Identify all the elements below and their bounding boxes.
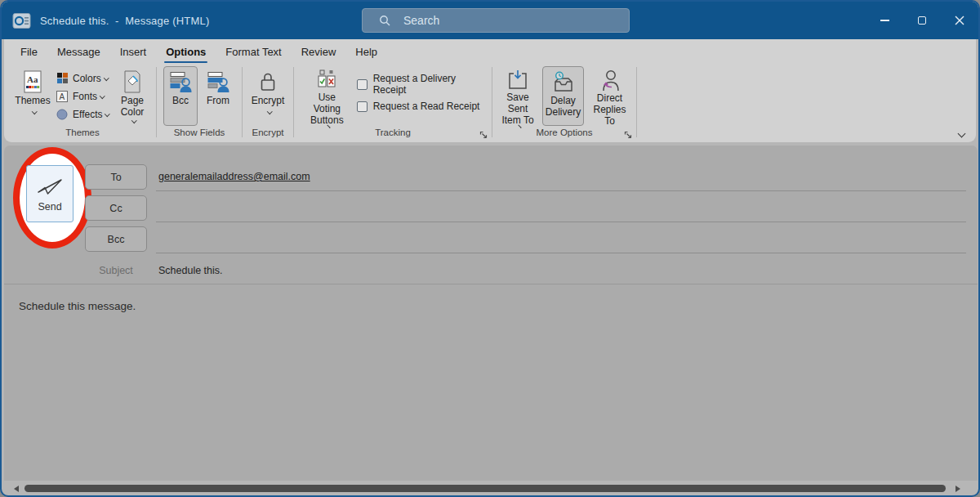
from-field-button[interactable]: From	[201, 66, 235, 126]
themes-button[interactable]: Aa Themes	[12, 66, 53, 126]
outlook-app-icon	[12, 11, 31, 30]
to-field-line[interactable]	[156, 190, 966, 191]
fonts-button[interactable]: A Fonts	[53, 87, 112, 105]
message-body[interactable]: Schedule this message.	[19, 300, 136, 312]
menu-bar: File Message Insert Options Format Text …	[4, 39, 976, 64]
chevron-down-icon	[105, 111, 110, 116]
window-title: Schedule this. - Message (HTML)	[40, 15, 209, 27]
group-more-options: Save Sent Item To Delay Delivery	[494, 65, 635, 141]
save-sent-item-to-button[interactable]: Save Sent Item To	[496, 66, 540, 126]
lock-icon	[258, 69, 278, 94]
effects-button[interactable]: Effects	[53, 105, 112, 123]
delivery-receipt-checkbox-row[interactable]: Request a Delivery Receipt	[357, 78, 488, 91]
encrypt-button[interactable]: Encrypt	[247, 66, 289, 126]
ribbon-panel: File Message Insert Options Format Text …	[4, 39, 976, 142]
header-body-divider	[4, 284, 978, 284]
chevron-down-icon	[104, 75, 109, 80]
subject-label: Subject	[85, 265, 147, 276]
minimize-icon	[880, 20, 889, 20]
group-tracking: Use Voting Buttons Request a Delivery Re…	[296, 65, 490, 141]
fonts-icon: A	[56, 90, 69, 102]
svg-text:Aa: Aa	[27, 74, 38, 84]
colors-button[interactable]: Colors	[53, 69, 112, 87]
active-tab-underline	[164, 61, 207, 64]
tab-message[interactable]: Message	[47, 39, 110, 64]
tab-insert[interactable]: Insert	[110, 39, 157, 64]
effects-icon	[56, 108, 69, 120]
more-options-dialog-launcher[interactable]	[624, 131, 632, 139]
page-color-icon	[122, 69, 143, 94]
message-window: Schedule this. - Message (HTML) Search	[0, 0, 980, 497]
from-fields-icon	[207, 69, 229, 94]
titlebar: Schedule this. - Message (HTML) Search	[2, 2, 978, 39]
cc-field-line[interactable]	[156, 222, 966, 222]
ribbon-groups: Aa Themes	[11, 65, 969, 142]
search-placeholder: Search	[403, 14, 439, 27]
group-separator	[156, 67, 157, 137]
themes-icon: Aa	[22, 69, 43, 94]
use-voting-buttons-button[interactable]: Use Voting Buttons	[302, 66, 352, 126]
group-label-more-options: More Options	[494, 127, 635, 141]
scroll-right-arrow-icon[interactable]	[956, 486, 960, 492]
search-input[interactable]: Search	[362, 8, 630, 33]
bcc-field-button[interactable]: Bcc	[163, 66, 198, 126]
close-button[interactable]	[941, 2, 978, 39]
group-separator	[242, 67, 243, 137]
search-icon	[379, 15, 391, 27]
minimize-button[interactable]	[866, 2, 903, 39]
window-controls	[866, 2, 978, 39]
tab-file[interactable]: File	[11, 39, 47, 64]
close-icon	[955, 16, 964, 25]
scrollbar-thumb[interactable]	[24, 485, 946, 492]
direct-replies-icon	[599, 69, 621, 92]
to-button[interactable]: To	[85, 164, 147, 190]
group-label-encrypt: Encrypt	[244, 127, 292, 141]
group-label-tracking: Tracking	[296, 127, 490, 141]
checkbox-icon[interactable]	[357, 79, 368, 90]
subject-value[interactable]: Schedule this.	[158, 265, 223, 276]
tab-help[interactable]: Help	[345, 39, 387, 64]
checkbox-icon[interactable]	[357, 101, 368, 112]
chevron-down-icon	[32, 109, 37, 114]
group-label-themes: Themes	[11, 127, 154, 141]
read-receipt-checkbox-row[interactable]: Request a Read Receipt	[357, 100, 488, 113]
colors-icon	[56, 72, 69, 84]
compose-area: Send To Cc Bcc generalemailaddress@email…	[4, 146, 978, 481]
tab-options[interactable]: Options	[156, 39, 216, 64]
group-separator	[293, 67, 294, 137]
tab-format-text[interactable]: Format Text	[216, 39, 291, 64]
group-show-fields: Bcc From	[158, 65, 240, 141]
group-label-show-fields: Show Fields	[158, 127, 240, 141]
group-separator	[636, 67, 637, 137]
chevron-down-icon	[100, 93, 105, 98]
chevron-down-icon	[131, 118, 136, 123]
save-sent-icon	[507, 69, 528, 91]
bcc-field-line[interactable]	[156, 253, 966, 253]
group-encrypt: Encrypt Encrypt	[244, 65, 292, 141]
page-color-button[interactable]: Page Color	[112, 66, 153, 126]
svg-text:A: A	[59, 92, 65, 101]
scroll-left-arrow-icon[interactable]	[14, 486, 19, 492]
maximize-icon	[918, 16, 926, 25]
delay-delivery-icon	[552, 69, 574, 94]
send-button[interactable]: Send	[26, 165, 74, 222]
dialog-launcher-icon	[479, 131, 488, 139]
cc-button[interactable]: Cc	[85, 195, 147, 221]
direct-replies-to-button[interactable]: Direct Replies To	[586, 66, 633, 126]
maximize-button[interactable]	[903, 2, 941, 39]
bcc-fields-icon	[170, 69, 192, 94]
group-separator	[492, 67, 492, 137]
horizontal-scrollbar[interactable]	[5, 483, 975, 495]
to-recipient-value[interactable]: generalemailaddress@email.com	[158, 171, 310, 182]
send-plane-icon	[36, 175, 64, 195]
tab-review[interactable]: Review	[292, 39, 346, 64]
dialog-launcher-icon	[624, 131, 632, 139]
chevron-down-icon	[267, 109, 272, 114]
delay-delivery-button[interactable]: Delay Delivery	[542, 66, 584, 126]
group-themes: Aa Themes	[11, 65, 154, 141]
bcc-button[interactable]: Bcc	[85, 226, 147, 252]
tracking-dialog-launcher[interactable]	[479, 131, 488, 139]
voting-buttons-icon	[316, 69, 337, 91]
